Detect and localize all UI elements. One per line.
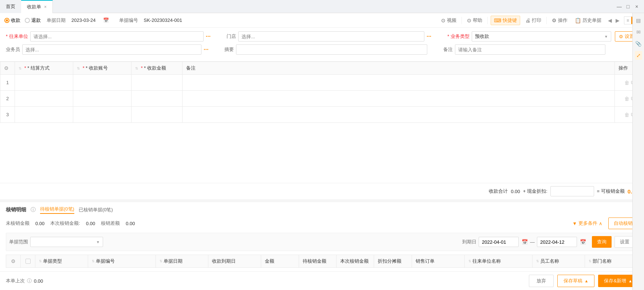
filter-icon: ▼ [572, 221, 577, 226]
sort-employee-icon: ⇅ [536, 259, 539, 263]
save-draft-button[interactable]: 保存草稿 ▲ [557, 275, 595, 287]
sort-type-icon: ⇅ [39, 259, 42, 263]
toolbar-row: 收款 退款 单据日期 2023-03-24 📅 单据编号 SK-20230324… [0, 13, 644, 28]
divider-1 [462, 17, 462, 24]
sidebar-email-icon[interactable]: ✉ [635, 28, 642, 36]
counterpart-field: * 往来单位 ··· [6, 31, 211, 42]
radio-refund-circle [25, 18, 30, 23]
date-calendar-icon[interactable]: 📅 [103, 17, 109, 23]
operation-button[interactable]: ⚙ 操作 [550, 16, 570, 24]
row-account-2[interactable] [73, 91, 131, 107]
table-gear-icon[interactable]: ⚙ [4, 65, 9, 71]
tab-close-icon[interactable]: × [44, 4, 47, 9]
select-all-checkbox[interactable] [25, 259, 31, 264]
sidebar-attachment-icon[interactable]: 📎 [634, 39, 643, 48]
video-label: 视频 [447, 17, 456, 24]
help-button[interactable]: ⊙ 帮助 [465, 16, 484, 24]
row-payment-3[interactable] [15, 107, 73, 123]
date-to-calendar-icon[interactable]: 📅 [580, 239, 586, 245]
verification-section: 核销明细 ⓘ 待核销单据(0笔) 已核销单据(0笔) 未核销金额 0.00 本次… [0, 202, 644, 271]
row-payment-1[interactable] [15, 75, 73, 91]
list-view-btn[interactable]: ≡ [624, 17, 631, 24]
done-tab[interactable]: 已核销单据(0笔) [79, 207, 113, 213]
date-from-calendar-icon[interactable]: 📅 [522, 239, 528, 245]
bottom-bar: 本单上次 ⓘ 0.00 放弃 保存草稿 ▲ 保存&新增 ▲ [0, 271, 644, 290]
history-button[interactable]: 📋 历史单据 [573, 16, 604, 24]
settings-gear-icon: ⚙ [619, 34, 623, 39]
video-button[interactable]: ⊙ 视频 [439, 16, 459, 24]
remark-input[interactable] [455, 44, 605, 55]
date-from-input[interactable] [479, 237, 519, 247]
counterpart-input[interactable] [30, 31, 204, 42]
video-icon: ⊙ [441, 17, 445, 23]
store-more-btn[interactable]: ··· [427, 33, 431, 40]
save-draft-label: 保存草稿 [564, 278, 582, 284]
maximize-button[interactable]: □ [625, 4, 631, 9]
more-conditions-btn[interactable]: ▼ 更多条件 ∧ [572, 220, 602, 227]
col-amount: ⇅ * * 收款金额 [131, 62, 182, 75]
row-remark-1[interactable] [182, 75, 615, 91]
tab-receipt[interactable]: 收款单 × [21, 0, 53, 13]
table-row: 1 🗑 ⧉ [0, 75, 644, 91]
row-amount-1[interactable] [131, 75, 182, 91]
row-account-1[interactable] [73, 75, 131, 91]
total-value: 0.00 [511, 189, 520, 194]
summary-input[interactable] [236, 44, 427, 55]
shortcut-button[interactable]: ⌨ 快捷键 [491, 16, 520, 25]
bottom-col-type: ⇅ 单据类型 [35, 255, 88, 267]
row-payment-2[interactable] [15, 91, 73, 107]
minimize-button[interactable]: — [616, 4, 622, 9]
divider-2 [487, 17, 488, 24]
delete-icon-3[interactable]: 🗑 [624, 112, 629, 118]
this-verify-value: 0.00 [86, 221, 95, 226]
print-icon: 🖨 [525, 17, 530, 23]
tab-home[interactable]: 首页 [0, 0, 21, 13]
staff-input[interactable] [22, 44, 201, 55]
info-icon[interactable]: ⓘ [31, 207, 36, 213]
row-amount-2[interactable] [131, 91, 182, 107]
bottom-gear-icon[interactable]: ⚙ [11, 258, 16, 264]
bottom-col-company: ⇅ 往来单位名称 [465, 255, 533, 267]
right-sidebar: ▤ ✉ 📎 ⤢ [632, 13, 644, 290]
col-remark: 备注 [182, 62, 615, 75]
prev-arrow[interactable]: ◀ [606, 17, 613, 24]
print-button[interactable]: 🖨 打印 [523, 16, 543, 24]
bottom-col-date: ⇅ 单据日期 [156, 255, 209, 267]
filter-settings-button[interactable]: 设置 [614, 236, 635, 248]
next-arrow[interactable]: ▶ [614, 17, 621, 24]
delete-icon-1[interactable]: 🗑 [624, 80, 629, 86]
staff-more-btn[interactable]: ··· [204, 46, 208, 53]
row-amount-3[interactable] [131, 107, 182, 123]
biz-type-select[interactable]: 预收款 ▼ [472, 31, 611, 42]
radio-receipt[interactable]: 收款 [4, 17, 20, 24]
operation-label: 操作 [558, 17, 568, 24]
delete-icon-2[interactable]: 🗑 [624, 96, 629, 102]
sidebar-table-icon[interactable]: ▤ [635, 16, 642, 25]
payment-table: ⚙ ⇅ * * 结算方式 ⇅ * * 收款账号 ⇅ * [0, 62, 644, 123]
range-select[interactable]: ▼ [30, 237, 103, 247]
staff-label: 业务员 [6, 46, 20, 53]
range-label: 单据范围 [9, 239, 28, 245]
staff-field: 业务员 ··· [6, 44, 208, 55]
sidebar-expand-icon[interactable]: ⤢ [635, 51, 642, 60]
print-label: 打印 [532, 17, 541, 24]
total-label: 收款合计 [489, 188, 508, 195]
abandon-button[interactable]: 放弃 [529, 275, 554, 287]
store-input[interactable] [238, 31, 424, 42]
row-remark-3[interactable] [182, 107, 615, 123]
date-to-input[interactable] [537, 237, 577, 247]
remark-label: 备注 [443, 46, 453, 53]
query-button[interactable]: 查询 [592, 236, 612, 248]
discount-input[interactable] [550, 186, 594, 196]
close-button[interactable]: × [634, 4, 640, 9]
date-range-sep: — [530, 239, 535, 245]
col-company-label: 往来单位名称 [472, 258, 501, 264]
pending-tab[interactable]: 待核销单据(0笔) [40, 206, 74, 214]
form-row-1: * 往来单位 ··· 门店 ··· * 业务类型 预收款 ▼ [6, 31, 638, 42]
radio-refund[interactable]: 退款 [25, 17, 41, 24]
row-remark-2[interactable] [182, 91, 615, 107]
counterpart-more-btn[interactable]: ··· [206, 33, 211, 40]
range-field: 单据范围 ▼ [9, 237, 456, 247]
num-value: SK-20230324-001 [144, 17, 182, 23]
row-account-3[interactable] [73, 107, 131, 123]
